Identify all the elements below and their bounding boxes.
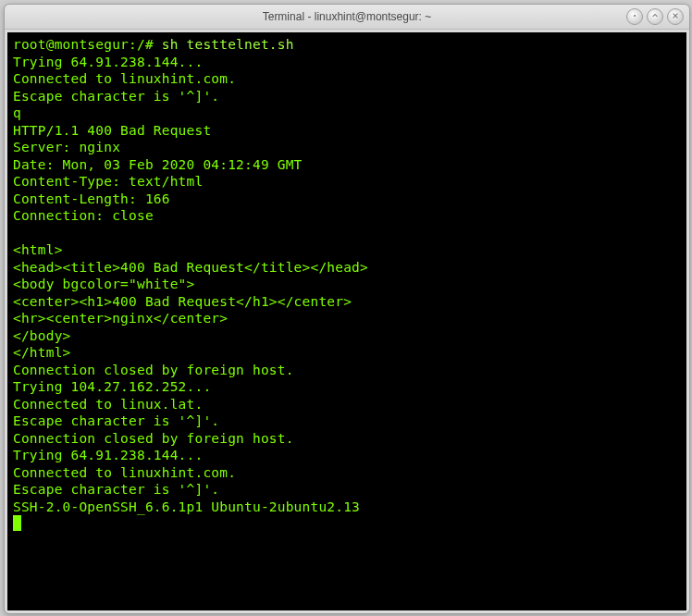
command-input: sh testtelnet.sh: [162, 37, 294, 52]
cursor: [13, 515, 21, 531]
prompt: root@montsegur:/#: [13, 37, 162, 52]
minimize-button[interactable]: [626, 8, 643, 25]
window-controls: [626, 8, 684, 25]
chevron-up-icon: [651, 12, 659, 21]
close-button[interactable]: [667, 8, 684, 25]
titlebar[interactable]: Terminal - linuxhint@montsegur: ~: [5, 5, 689, 30]
window-title: Terminal - linuxhint@montsegur: ~: [5, 10, 689, 23]
minimize-icon: [631, 12, 638, 21]
svg-point-0: [634, 15, 636, 17]
close-icon: [672, 12, 679, 21]
terminal-area[interactable]: root@montsegur:/# sh testtelnet.sh Tryin…: [7, 32, 686, 610]
terminal-window: Terminal - linuxhint@montsegur: ~ root@m…: [4, 4, 690, 614]
maximize-button[interactable]: [647, 8, 663, 25]
terminal-output: Trying 64.91.238.144... Connected to lin…: [13, 55, 368, 514]
